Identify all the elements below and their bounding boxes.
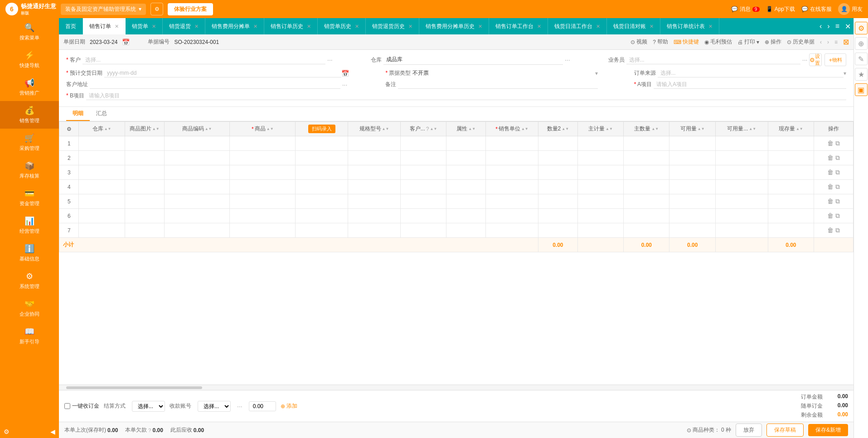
tab-sales-fee-hist[interactable]: 销售费用分摊单历史✕: [419, 18, 489, 34]
sort-customer[interactable]: ▲▼: [430, 127, 437, 131]
sidebar-item-guide[interactable]: 📖 新手引导: [0, 322, 59, 350]
tab-home[interactable]: 首页: [59, 18, 83, 34]
sidebar-item-purchase[interactable]: 🛒 采购管理: [0, 129, 59, 156]
row-code-4[interactable]: [164, 180, 230, 194]
message-btn[interactable]: 💬 消息 9: [731, 5, 760, 13]
save-draft-btn[interactable]: 保存草稿: [766, 424, 804, 437]
sidebar-item-basics[interactable]: ℹ️ 基础信息: [0, 239, 59, 267]
th-main-qty[interactable]: 主数量▲▼: [624, 122, 669, 136]
row-warehouse-6[interactable]: [79, 209, 125, 223]
row-main-qty-2[interactable]: [624, 151, 669, 165]
system-selector[interactable]: 装备及固定资产辅助管理系统 ▾: [61, 4, 146, 15]
sort-code[interactable]: ▲▼: [205, 127, 212, 131]
settings-btn[interactable]: ⚙ 设置: [809, 53, 822, 66]
bank-account-select[interactable]: 选择...: [198, 401, 231, 412]
tab-close-sales-workbench[interactable]: ✕: [537, 24, 541, 29]
customer-col-help[interactable]: ?: [426, 126, 429, 132]
tab-sales-fee[interactable]: 销售费用分摊单✕: [205, 18, 264, 34]
row-copy-1[interactable]: ⧉: [835, 140, 840, 147]
sort-unit[interactable]: ▲▼: [521, 127, 529, 131]
address-dots[interactable]: ···: [340, 81, 349, 88]
row-main-qty-3[interactable]: [624, 165, 669, 180]
th-scan[interactable]: 扫码录入: [296, 122, 348, 136]
row-attr-5[interactable]: [446, 194, 486, 209]
remark-input[interactable]: [398, 80, 597, 89]
row-attr-6[interactable]: [446, 209, 486, 223]
row-spec-6[interactable]: [348, 209, 401, 223]
help-btn[interactable]: ? 帮助: [653, 38, 668, 46]
operation-btn[interactable]: ⊕ 操作: [765, 38, 781, 46]
sidebar-item-marketing[interactable]: 📢 营销推广: [0, 73, 59, 101]
row-product-3[interactable]: [230, 165, 296, 180]
toolbar-expand-btn[interactable]: ⊠: [843, 38, 849, 46]
row-warehouse-4[interactable]: [79, 180, 125, 194]
customer-dots[interactable]: ···: [325, 56, 335, 63]
discard-btn[interactable]: 放弃: [736, 424, 762, 437]
add-material-btn[interactable]: + 物料: [824, 53, 846, 66]
row-qty2-6[interactable]: [538, 209, 577, 223]
payment-amount-input[interactable]: [249, 401, 276, 411]
one-click-checkbox[interactable]: 一键收订金: [64, 402, 99, 410]
row-main-qty-4[interactable]: [624, 180, 669, 194]
row-qty2-5[interactable]: [538, 194, 577, 209]
sidebar-item-operations[interactable]: 📊 经营管理: [0, 212, 59, 239]
settings-icon[interactable]: ⚙: [150, 3, 163, 15]
row-product-2[interactable]: [230, 151, 296, 165]
sort-stock[interactable]: ▲▼: [796, 127, 803, 131]
row-delete-6[interactable]: 🗑: [827, 212, 834, 220]
row-customer-3[interactable]: [400, 165, 446, 180]
th-spec[interactable]: 规格型号▲▼: [348, 122, 401, 136]
row-product-6[interactable]: [230, 209, 296, 223]
warehouse-dots[interactable]: ···: [563, 56, 572, 63]
row-main-qty-5[interactable]: [624, 194, 669, 209]
row-qty2-4[interactable]: [538, 180, 577, 194]
row-delete-5[interactable]: 🗑: [827, 197, 834, 205]
sidebar-item-search[interactable]: 🔍 搜索菜单: [0, 18, 59, 46]
row-unit-7[interactable]: [486, 223, 538, 238]
th-available[interactable]: 可用量▲▼: [669, 122, 715, 136]
row-copy-3[interactable]: ⧉: [835, 168, 840, 176]
row-spec-2[interactable]: [348, 151, 401, 165]
sidebar-item-system[interactable]: ⚙ 系统管理: [0, 267, 59, 294]
tab-close-sales-bill-hist[interactable]: ✕: [355, 24, 359, 29]
row-warehouse-1[interactable]: [79, 136, 125, 151]
tab-sales-bill-hist[interactable]: 销货单历史✕: [318, 18, 366, 34]
sidebar-item-sales[interactable]: 💰 销售管理: [0, 101, 59, 129]
toolbar-next-btn[interactable]: ›: [827, 39, 829, 45]
row-copy-2[interactable]: ⧉: [835, 154, 840, 162]
row-customer-4[interactable]: [400, 180, 446, 194]
row-unit-2[interactable]: [486, 151, 538, 165]
scan-btn[interactable]: 扫码录入: [308, 125, 335, 133]
order-source-dropdown-icon[interactable]: ▾: [844, 70, 846, 77]
row-attr-2[interactable]: [446, 151, 486, 165]
row-spec-4[interactable]: [348, 180, 401, 194]
row-copy-6[interactable]: ⧉: [835, 212, 840, 220]
row-unit-3[interactable]: [486, 165, 538, 180]
add-payment-btn[interactable]: ⊕ 添加: [281, 402, 297, 410]
row-qty2-3[interactable]: [538, 165, 577, 180]
sidebar-collapse-btn[interactable]: ◀: [50, 428, 55, 435]
customer-input[interactable]: [82, 56, 325, 64]
sort-main-unit[interactable]: ▲▼: [606, 127, 613, 131]
sort-attr[interactable]: ▲▼: [468, 127, 475, 131]
sidebar-item-finance[interactable]: 💳 资金管理: [0, 184, 59, 212]
right-panel-data-icon[interactable]: ▣: [855, 83, 868, 96]
th-img[interactable]: 商品图片▲▼: [125, 122, 164, 136]
row-code-6[interactable]: [164, 209, 230, 223]
tab-sales-order-hist[interactable]: 销售订单历史✕: [264, 18, 318, 34]
th-stock[interactable]: 现存量▲▼: [768, 122, 814, 136]
row-customer-7[interactable]: [400, 223, 446, 238]
right-panel-star-icon[interactable]: ★: [855, 68, 868, 81]
th-main-unit[interactable]: 主计量▲▼: [577, 122, 623, 136]
solution-btn[interactable]: 体验行业方案: [168, 3, 213, 15]
row-copy-5[interactable]: ⧉: [835, 197, 840, 205]
tab-sales-stats[interactable]: 销售订单统计表✕: [660, 18, 719, 34]
row-unit-6[interactable]: [486, 209, 538, 223]
row-code-2[interactable]: [164, 151, 230, 165]
row-code-3[interactable]: [164, 165, 230, 180]
row-code-7[interactable]: [164, 223, 230, 238]
toolbar-prev-btn[interactable]: ‹: [820, 39, 822, 45]
profit-btn[interactable]: ◉ 毛利预估: [704, 38, 732, 46]
row-delete-2[interactable]: 🗑: [827, 154, 834, 162]
row-attr-7[interactable]: [446, 223, 486, 238]
